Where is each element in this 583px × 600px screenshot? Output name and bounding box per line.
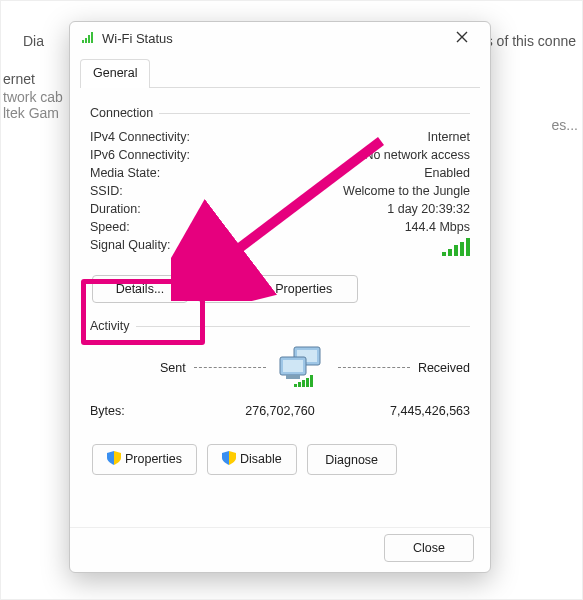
label-ssid: SSID: — [90, 184, 123, 198]
wifi-icon — [82, 30, 96, 47]
diagnose-button[interactable]: Diagnose — [307, 444, 397, 475]
value-ipv6: No network access — [364, 148, 470, 162]
tab-strip: General — [80, 58, 480, 88]
activity-legend: Activity — [90, 319, 136, 333]
close-icon — [456, 31, 468, 46]
svg-rect-13 — [286, 375, 300, 379]
row-duration: Duration: 1 day 20:39:32 — [90, 200, 470, 218]
svg-rect-14 — [294, 384, 297, 387]
row-ipv4: IPv4 Connectivity: Internet — [90, 128, 470, 146]
close-button[interactable]: Close — [384, 534, 474, 562]
label-ipv6: IPv6 Connectivity: — [90, 148, 190, 162]
bytes-row: Bytes: 276,702,760 7,445,426,563 — [90, 404, 470, 418]
svg-rect-3 — [91, 32, 93, 43]
svg-rect-7 — [460, 242, 464, 256]
wifi-status-dialog: Wi-Fi Status General Connection IPv4 Con… — [69, 21, 491, 573]
shield-icon — [107, 451, 121, 468]
network-computers-icon — [274, 345, 330, 390]
svg-rect-17 — [306, 378, 309, 387]
value-signal — [442, 238, 470, 261]
bg-text: Dia — [23, 33, 44, 49]
label-signal: Signal Quality: — [90, 238, 171, 261]
bg-text: ltek Gam — [3, 105, 59, 121]
disable-button-label: Disable — [240, 452, 282, 466]
svg-rect-4 — [442, 252, 446, 256]
bytes-sent-value: 276,702,760 — [217, 404, 344, 418]
bytes-received-value: 7,445,426,563 — [343, 404, 470, 418]
value-ipv4: Internet — [428, 130, 470, 144]
connection-group: Connection IPv4 Connectivity: Internet I… — [90, 106, 470, 305]
svg-rect-1 — [85, 38, 87, 43]
row-speed: Speed: 144.4 Mbps — [90, 218, 470, 236]
svg-rect-5 — [448, 249, 452, 256]
value-ssid: Welcome to the Jungle — [343, 184, 470, 198]
received-label: Received — [418, 361, 470, 375]
properties-button[interactable]: Properties — [92, 444, 197, 475]
svg-rect-16 — [302, 380, 305, 387]
signal-bars-icon — [442, 238, 470, 261]
bytes-label: Bytes: — [90, 404, 217, 418]
svg-rect-15 — [298, 382, 301, 387]
row-ssid: SSID: Welcome to the Jungle — [90, 182, 470, 200]
row-media: Media State: Enabled — [90, 164, 470, 182]
bg-text: twork cab — [3, 89, 63, 105]
close-x-button[interactable] — [446, 24, 478, 52]
label-speed: Speed: — [90, 220, 130, 234]
row-ipv6: IPv6 Connectivity: No network access — [90, 146, 470, 164]
connection-legend: Connection — [90, 106, 159, 120]
svg-rect-0 — [82, 40, 84, 43]
wireless-properties-button[interactable]: Wireless Properties — [198, 275, 358, 303]
shield-icon — [222, 451, 236, 468]
row-signal: Signal Quality: — [90, 236, 470, 263]
value-media: Enabled — [424, 166, 470, 180]
properties-button-label: Properties — [125, 452, 182, 466]
bg-text: s of this conne — [486, 33, 576, 49]
label-media: Media State: — [90, 166, 160, 180]
value-duration: 1 day 20:39:32 — [387, 202, 470, 216]
dialog-footer: Close — [70, 527, 490, 568]
activity-group: Activity Sent — [90, 319, 470, 418]
value-speed: 144.4 Mbps — [405, 220, 470, 234]
label-duration: Duration: — [90, 202, 141, 216]
details-button[interactable]: Details... — [92, 275, 188, 303]
dialog-title: Wi-Fi Status — [102, 31, 173, 46]
title-bar: Wi-Fi Status — [70, 22, 490, 54]
bg-text: es... — [552, 117, 578, 133]
activity-row: Sent — [90, 345, 470, 390]
svg-rect-18 — [310, 375, 313, 387]
svg-rect-2 — [88, 35, 90, 43]
bg-text: ernet — [3, 71, 35, 87]
svg-rect-8 — [466, 238, 470, 256]
sent-label: Sent — [160, 361, 186, 375]
tab-general[interactable]: General — [80, 59, 150, 88]
disable-button[interactable]: Disable — [207, 444, 297, 475]
svg-rect-6 — [454, 245, 458, 256]
svg-rect-12 — [283, 360, 303, 372]
label-ipv4: IPv4 Connectivity: — [90, 130, 190, 144]
